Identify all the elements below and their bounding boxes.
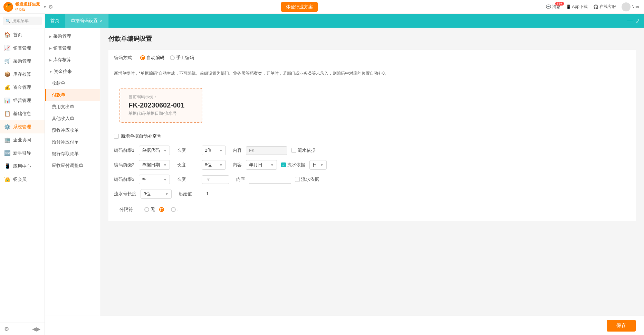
prefix1-select[interactable]: 单据代码 ▼ [139, 146, 170, 155]
flow2-checkbox[interactable]: ✓ [281, 162, 286, 167]
preview-code: FK-20230602-001 [128, 101, 193, 109]
length2-arrow-icon: ▼ [219, 163, 223, 167]
save-button[interactable]: 保存 [607, 320, 636, 332]
length3-label: 长度 [177, 176, 198, 183]
start-value-label: 起始值 [179, 191, 199, 197]
sidebar-item-enterprise[interactable]: 🏢 企业协同 [0, 133, 45, 147]
app-download-item[interactable]: 📱 App下载 [566, 4, 588, 10]
serial-length-select[interactable]: 3位 ▼ [141, 189, 172, 199]
flow1-checkbox-group: 流水依据 [291, 147, 316, 153]
sidebar-item-finance[interactable]: 💰 资金管理 [0, 81, 45, 94]
tab-home[interactable]: 首页 [45, 14, 65, 28]
sidebar-item-system[interactable]: ⚙️ 系统管理 [0, 120, 45, 133]
length1-value: 2位 [205, 147, 212, 153]
sub-nav-group-inventory-title[interactable]: ▶ 库存核算 [45, 54, 100, 66]
content1-input[interactable] [246, 146, 287, 155]
prefix3-value: 空 [142, 176, 146, 183]
sidebar-item-sales[interactable]: 📈 销售管理 [0, 41, 45, 55]
tab-bar: 首页 单据编码设置 × — ⤢ [45, 14, 644, 28]
online-service-item[interactable]: 🎧 在线客服 [593, 4, 616, 10]
sidebar-item-home[interactable]: 🏠 首页 [0, 28, 45, 41]
arrow-right-icon: ▶ [49, 46, 52, 50]
logo-text: 畅通道好生意 指益版 [15, 1, 40, 12]
sales-icon: 📈 [4, 45, 10, 51]
tab-expand-icon[interactable]: ⤢ [635, 18, 640, 24]
sub-nav-item-advance-receive[interactable]: 预收冲应收单 [45, 124, 100, 136]
sidebar: 🔍 搜索菜单 🏠 首页 📈 销售管理 🛒 采购管理 📦 库存核算 💰 资金管理 … [0, 14, 45, 335]
sidebar-item-label: 采购管理 [13, 58, 31, 64]
sub-nav-group-purchase-title[interactable]: ▶ 采购管理 [45, 30, 100, 42]
message-item[interactable]: 💬 消息 99+ [546, 4, 560, 10]
sidebar-item-purchase[interactable]: 🛒 采购管理 [0, 55, 45, 68]
form-section: 编码前缀1 单据代码 ▼ 长度 2位 ▼ 内容 [108, 143, 636, 221]
prefix3-select[interactable]: 空 ▼ [139, 175, 170, 184]
collapse-icon[interactable]: ◀▶ [32, 326, 40, 332]
sidebar-item-label: 经营管理 [13, 97, 31, 104]
prefix3-row: 编码前缀3 空 ▼ 长度 ▼ 内容 [114, 175, 630, 184]
logo: 🍊 畅通道好生意 指益版 [3, 1, 40, 12]
sub-nav-item-adjust[interactable]: 应收应付调整单 [45, 160, 100, 171]
content3-input[interactable] [249, 175, 291, 184]
enterprise-icon: 🏢 [4, 137, 10, 143]
preview-wrapper: 当前编码示例： FK-20230602-001 单据代码-单据日期-流水号 [108, 81, 636, 130]
sidebar-item-member[interactable]: 👑 畅会员 [0, 173, 45, 186]
flow1-checkbox[interactable] [291, 148, 296, 153]
content2-arrow-icon: ▼ [270, 163, 274, 167]
sidebar-item-label: 销售管理 [13, 45, 31, 51]
sub-nav-group-finance-title[interactable]: ▼ 资金往来 [45, 66, 100, 77]
sub-nav-item-advance-pay[interactable]: 预付冲应付单 [45, 136, 100, 148]
sidebar-item-appstore[interactable]: 📱 应用中心 [0, 160, 45, 173]
settings-bottom-icon[interactable]: ⚙ [4, 326, 9, 332]
user-item[interactable]: Nare [622, 2, 641, 11]
top-bar-center: 体验行业方案 [281, 2, 318, 12]
top-nav: ▼ ⚙ [43, 4, 53, 10]
sub-nav-item-receive[interactable]: 收款单 [45, 77, 100, 89]
bottom-bar: 保存 [100, 316, 644, 335]
message-badge: 99+ [555, 2, 564, 6]
prefix3-arrow-icon: ▼ [163, 178, 167, 182]
manual-code-radio[interactable]: 手工编码 [170, 55, 194, 61]
sub-nav-group-inventory: ▶ 库存核算 [45, 54, 100, 66]
sub-sidebar: ▶ 采购管理 ▶ 销售管理 ▶ 库存核算 ▼ 资金往来 [45, 28, 100, 335]
finance-icon: 💰 [4, 84, 10, 91]
tab-bar-actions: — ⤢ [627, 18, 644, 24]
sub-nav-item-bank-deposit[interactable]: 银行存取款单 [45, 148, 100, 160]
search-menu-box[interactable]: 🔍 搜索菜单 [3, 17, 42, 25]
logo-icon: 🍊 [3, 2, 13, 12]
industry-button[interactable]: 体验行业方案 [281, 2, 318, 12]
start-value-input[interactable] [203, 190, 238, 198]
sub-nav-item-other-income[interactable]: 其他收入单 [45, 113, 100, 124]
flow3-checkbox[interactable] [295, 177, 300, 182]
sidebar-item-basic[interactable]: 📋 基础信息 [0, 107, 45, 120]
tab-minimize-icon[interactable]: — [627, 18, 633, 24]
sub-nav-item-expense[interactable]: 费用支出单 [45, 101, 100, 113]
sidebar-item-guide[interactable]: 🆕 新手引导 [0, 147, 45, 160]
settings-icon[interactable]: ⚙ [48, 4, 53, 10]
tab-encoding-label: 单据编码设置 [71, 18, 98, 24]
auto-code-radio[interactable]: 自动编码 [140, 55, 164, 61]
prefix2-select[interactable]: 单据日期 ▼ [139, 160, 170, 170]
preview-box: 当前编码示例： FK-20230602-001 单据代码-单据日期-流水号 [119, 88, 202, 123]
sidebar-item-inventory[interactable]: 📦 库存核算 [0, 68, 45, 81]
tab-encoding[interactable]: 单据编码设置 × [65, 14, 108, 28]
sep-dot-radio[interactable]: · [171, 207, 179, 212]
length2-select[interactable]: 8位 ▼ [202, 160, 226, 170]
sub-nav-item-payment[interactable]: 付款单 [45, 89, 100, 101]
content2-select[interactable]: 年月日 ▼ [246, 160, 277, 170]
length3-select[interactable]: ▼ [202, 175, 229, 184]
sep-dash-radio[interactable]: - [159, 207, 167, 212]
sidebar-item-label: 首页 [13, 32, 22, 38]
encoding-section: 编码方式 自动编码 手工编码 新增单据时，*单据编码*自动生成，不可编辑。前缀设… [108, 50, 636, 221]
length1-select[interactable]: 2位 ▼ [202, 146, 226, 155]
sep-none-radio[interactable]: 无 [144, 206, 155, 213]
length2-value: 8位 [205, 162, 212, 168]
tab-close-icon[interactable]: × [100, 18, 103, 24]
purchase-icon: 🛒 [4, 58, 10, 64]
nav-dropdown-arrow[interactable]: ▼ [43, 4, 47, 9]
sub-nav-group-sales-title[interactable]: ▶ 销售管理 [45, 42, 100, 54]
sidebar-item-operation[interactable]: 📊 经营管理 [0, 94, 45, 107]
top-bar-right: 💬 消息 99+ 📱 App下载 🎧 在线客服 Nare [546, 2, 641, 11]
home-icon: 🏠 [4, 32, 10, 38]
auto-fill-checkbox[interactable] [114, 134, 119, 139]
flow2-cycle-select[interactable]: 日 ▼ [309, 160, 327, 170]
